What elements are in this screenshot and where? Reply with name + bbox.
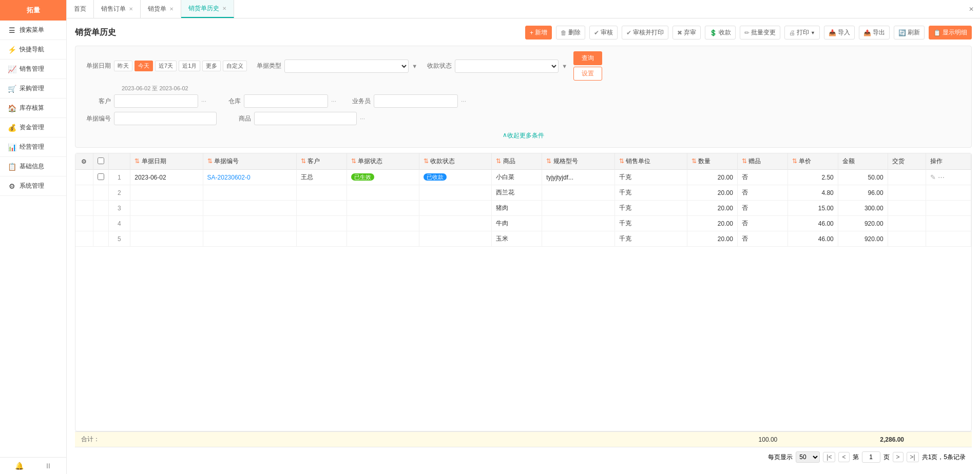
col-goods-header[interactable]: ⇅ 商品: [492, 153, 542, 170]
date-more[interactable]: 更多: [202, 61, 221, 71]
col-docno-header[interactable]: ⇅ 单据编号: [203, 153, 296, 170]
page-prev-button[interactable]: <: [838, 452, 849, 462]
page-next-button[interactable]: >: [893, 452, 904, 462]
abandon-button[interactable]: ✖ 弃审: [672, 26, 701, 40]
refresh-button[interactable]: 🔄 刷新: [894, 26, 925, 40]
more-icon-0[interactable]: ⋯: [938, 173, 945, 181]
tab-sales-order[interactable]: 销售订单 ✕: [94, 0, 141, 18]
query-button[interactable]: 查询: [573, 51, 602, 65]
cell-cb-1[interactable]: [93, 185, 108, 201]
page-first-button[interactable]: |<: [823, 452, 835, 462]
sidebar-item-inventory-calc[interactable]: 🏠 库存核算: [0, 98, 66, 118]
type-dropdown-icon[interactable]: ▼: [412, 63, 417, 69]
type-select[interactable]: [284, 60, 409, 73]
cell-docno-4[interactable]: [203, 231, 296, 247]
cell-docno-3[interactable]: [203, 216, 296, 231]
sidebar-item-purchase-mgmt[interactable]: 🛒 采购管理: [0, 79, 66, 98]
cell-docno-2[interactable]: [203, 201, 296, 216]
pause-icon[interactable]: ⏸: [45, 462, 52, 470]
staff-dots[interactable]: ···: [461, 97, 466, 105]
close-sales-delivery-icon[interactable]: ✕: [169, 6, 174, 12]
customer-input[interactable]: [114, 94, 198, 108]
batch-change-icon: ✏: [744, 29, 750, 36]
cell-cb-0[interactable]: [93, 170, 108, 185]
filter-collapse[interactable]: ∧ 收起更多条件: [83, 129, 964, 142]
batch-change-button[interactable]: ✏ 批量变更: [740, 26, 780, 40]
payment-select[interactable]: [455, 60, 559, 73]
print-button[interactable]: 🖨 打印 ▼: [784, 26, 820, 40]
date-custom[interactable]: 自定义: [223, 61, 247, 71]
col-qty-header[interactable]: ⇅ 数量: [687, 153, 737, 170]
sidebar-item-capital-mgmt[interactable]: 💰 资金管理: [0, 118, 66, 137]
delete-button[interactable]: 🗑 删除: [556, 26, 585, 40]
tab-home[interactable]: 首页: [67, 0, 94, 18]
sidebar-item-sys-mgmt[interactable]: ⚙ 系统管理: [0, 176, 66, 196]
sort-date-icon: ⇅: [134, 157, 140, 165]
sidebar-item-quick-nav[interactable]: ⚡ 快捷导航: [0, 40, 66, 60]
goods-dots[interactable]: ···: [360, 115, 365, 122]
close-sales-history-icon[interactable]: ✕: [222, 6, 226, 11]
col-unit-header[interactable]: ⇅ 销售单位: [614, 153, 687, 170]
goods-input[interactable]: [254, 112, 357, 125]
notification-icon[interactable]: 🔔: [15, 462, 24, 470]
new-button[interactable]: + 新增: [525, 26, 552, 40]
page-input[interactable]: [862, 451, 880, 463]
tab-bar-close-all[interactable]: ✕: [963, 6, 980, 13]
cell-cb-3[interactable]: [93, 216, 108, 231]
cell-action-4: [926, 231, 971, 247]
col-settings[interactable]: ⚙: [75, 153, 93, 170]
col-spec-header[interactable]: ⇅ 规格型号: [542, 153, 614, 170]
cell-docno-1[interactable]: [203, 185, 296, 201]
warehouse-input[interactable]: [244, 94, 328, 108]
customer-dots[interactable]: ···: [201, 97, 206, 105]
cell-cb-4[interactable]: [93, 231, 108, 247]
cell-date-0: 2023-06-02: [130, 170, 203, 185]
col-date-header[interactable]: ⇅ 单据日期: [130, 153, 203, 170]
audit-button[interactable]: ✔ 审核: [589, 26, 618, 40]
cell-price-3: 46.00: [787, 216, 838, 231]
select-all-checkbox[interactable]: [98, 157, 104, 164]
page-size-select[interactable]: 50 100: [796, 451, 820, 463]
cell-unit-0: 千克: [614, 170, 687, 185]
col-docstatus-header[interactable]: ⇅ 单据状态: [347, 153, 419, 170]
close-sales-order-icon[interactable]: ✕: [129, 6, 133, 12]
col-paystatus-header[interactable]: ⇅ 收款状态: [419, 153, 492, 170]
date-today[interactable]: 今天: [134, 61, 153, 71]
tab-sales-history[interactable]: 销货单历史 ✕: [181, 0, 234, 18]
sidebar-item-ops-mgmt[interactable]: 📊 经营管理: [0, 137, 66, 157]
edit-icon-0[interactable]: ✎: [930, 173, 936, 181]
date-yesterday[interactable]: 昨天: [114, 61, 132, 71]
col-customer-header[interactable]: ⇅ 客户: [296, 153, 347, 170]
staff-input[interactable]: [374, 94, 458, 108]
setup-button[interactable]: 设置: [573, 67, 602, 81]
row-checkbox-0[interactable]: [98, 173, 104, 180]
date-7days[interactable]: 近7天: [155, 61, 177, 71]
cell-docno-0[interactable]: SA-20230602-0: [203, 170, 296, 185]
sidebar-item-search-menu[interactable]: ☰ 搜索菜单: [0, 21, 66, 40]
page-label: 第: [853, 453, 859, 462]
tab-sales-delivery[interactable]: 销货单 ✕: [141, 0, 181, 18]
cell-goods-4: 玉米: [492, 231, 542, 247]
cell-cb-2[interactable]: [93, 201, 108, 216]
export-button[interactable]: 📤 导出: [859, 26, 890, 40]
cell-docstatus-4: [347, 231, 419, 247]
col-price-header[interactable]: ⇅ 单价: [787, 153, 838, 170]
page-last-button[interactable]: >|: [907, 452, 919, 462]
col-checkbox[interactable]: [93, 153, 108, 170]
col-amount-header: 金额: [838, 153, 888, 170]
sidebar-item-sales-mgmt[interactable]: 📈 销售管理: [0, 60, 66, 79]
import-button[interactable]: 📥 导入: [824, 26, 855, 40]
cell-gift-3: 否: [737, 216, 787, 231]
collect-button[interactable]: 💲 收款: [705, 26, 736, 40]
audit-print-button[interactable]: ✔ 审核并打印: [622, 26, 668, 40]
date-1month[interactable]: 近1月: [179, 61, 200, 71]
cell-docstatus-1: [347, 185, 419, 201]
warehouse-dots[interactable]: ···: [331, 97, 336, 105]
show-detail-button[interactable]: 📋 显示明细: [929, 26, 972, 40]
col-gift-header[interactable]: ⇅ 赠品: [737, 153, 787, 170]
cell-customer-3: [296, 216, 347, 231]
sort-customer-icon: ⇅: [301, 157, 306, 165]
doc-num-input[interactable]: [114, 112, 217, 125]
sidebar-item-basic-info[interactable]: 📋 基础信息: [0, 157, 66, 176]
payment-dropdown-icon[interactable]: ▼: [562, 63, 567, 69]
